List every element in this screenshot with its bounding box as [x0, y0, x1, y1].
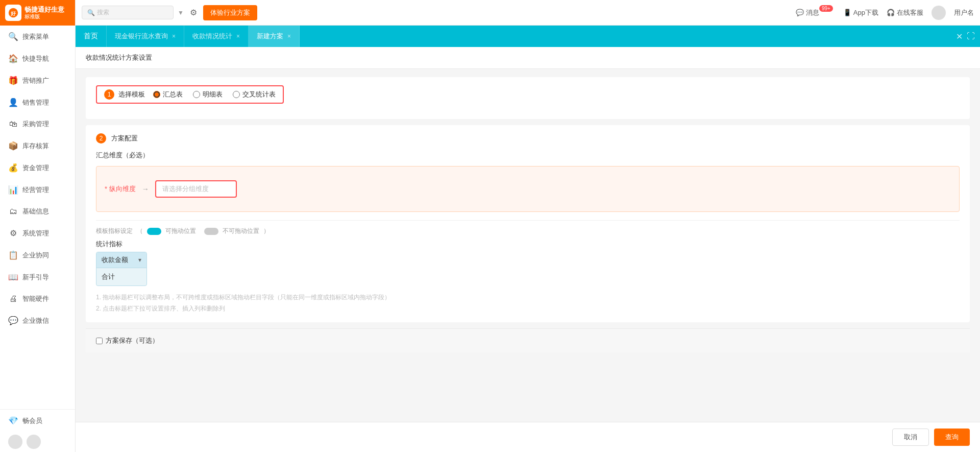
- sidebar-item-quick-nav[interactable]: 🏠 快捷导航: [0, 47, 75, 69]
- radio-cross[interactable]: 交叉统计表: [233, 90, 276, 99]
- app-download-label: App下载: [853, 8, 878, 17]
- sidebar-label-sales: 销售管理: [22, 98, 49, 107]
- dimension-select[interactable]: 请选择分组维度: [155, 180, 237, 198]
- sidebar-item-coop[interactable]: 📋 企业协同: [0, 244, 75, 266]
- card-header-text: 收款金额: [102, 255, 128, 265]
- save-label: 方案保存（可选）: [106, 336, 159, 345]
- sidebar-item-purchase[interactable]: 🛍 采购管理: [0, 113, 75, 135]
- sidebar-item-guide[interactable]: 📖 新手引导: [0, 266, 75, 288]
- step1-badge: 1: [104, 89, 114, 100]
- sidebar-item-business[interactable]: 📊 经营管理: [0, 179, 75, 201]
- query-button[interactable]: 查询: [934, 429, 970, 446]
- radio-summary-label: 汇总表: [163, 90, 183, 99]
- page-content: 收款情况统计方案设置 1 选择模板 汇总表: [76, 47, 980, 452]
- sidebar-item-member[interactable]: 💎 畅会员: [0, 410, 75, 432]
- sidebar-label-quick-nav: 快捷导航: [22, 54, 49, 63]
- template-select-box: 1 选择模板 汇总表 明细表: [96, 85, 284, 104]
- main-area: 🔍 搜索 ▼ ⚙ 体验行业方案 💬 消息 99+ 📱 App下载 🎧 在线客服 …: [76, 0, 980, 452]
- tab-new-plan-close[interactable]: ×: [287, 33, 291, 40]
- sidebar-item-hardware[interactable]: 🖨 智能硬件: [0, 288, 75, 310]
- sidebar-label-finance: 资金管理: [22, 163, 49, 173]
- dimension-placeholder: 请选择分组维度: [162, 185, 209, 193]
- sidebar-item-finance[interactable]: 💰 资金管理: [0, 157, 75, 179]
- tab-bank-flow-label: 现金银行流水查询: [115, 32, 168, 41]
- search-placeholder: 搜索: [97, 8, 109, 17]
- sidebar-label-member: 畅会员: [22, 416, 42, 425]
- radio-detail[interactable]: 明细表: [193, 90, 223, 99]
- user-avatar: [932, 6, 946, 20]
- tab-home[interactable]: 首页: [76, 26, 107, 47]
- tab-bank-flow-close[interactable]: ×: [172, 33, 176, 40]
- folder-icon: 🗂: [8, 207, 18, 216]
- sidebar-label-coop: 企业协同: [22, 251, 49, 260]
- app-download-btn[interactable]: 📱 App下载: [843, 8, 878, 17]
- radio-summary[interactable]: 汇总表: [153, 90, 183, 99]
- dimension-subsection: 汇总维度（必选） * 纵向维度 → 请选择分组维度: [96, 151, 960, 212]
- tab-collection-stats-label: 收款情况统计: [192, 32, 232, 41]
- indicator-card-header: 收款金额 ▾: [96, 252, 146, 268]
- search-box[interactable]: 🔍 搜索: [82, 6, 174, 19]
- close-window-icon[interactable]: ✕: [956, 32, 963, 41]
- indicator-card-body: 合计: [96, 268, 146, 286]
- chart-icon: 📊: [8, 185, 18, 195]
- sidebar-item-basic-info[interactable]: 🗂 基础信息: [0, 201, 75, 222]
- trial-button[interactable]: 体验行业方案: [203, 5, 257, 20]
- chat-icon: 💬: [8, 316, 18, 325]
- printer-icon: 🖨: [8, 294, 18, 303]
- sidebar-item-search[interactable]: 🔍 搜索菜单: [0, 26, 75, 47]
- toggle-close-paren: ）: [263, 227, 270, 235]
- radio-cross-label: 交叉统计表: [242, 90, 276, 99]
- radio-detail-input[interactable]: [193, 91, 200, 98]
- toggle-non-draggable-text: 不可拖动位置: [223, 227, 259, 235]
- cancel-button[interactable]: 取消: [892, 429, 929, 446]
- sidebar-item-wechat[interactable]: 💬 企业微信: [0, 310, 75, 331]
- tab-collection-stats[interactable]: 收款情况统计 ×: [184, 26, 249, 47]
- indicator-header: 模板指标设定 （ 可拖动位置 不可拖动位置 ）: [96, 227, 960, 235]
- page-header: 收款情况统计方案设置: [76, 47, 980, 69]
- template-radio-group: 汇总表 明细表 交叉统计表: [153, 90, 276, 99]
- avatar2: [27, 435, 41, 449]
- sidebar-item-marketing[interactable]: 🎁 营销推广: [0, 69, 75, 91]
- radio-cross-input[interactable]: [233, 91, 240, 98]
- save-checkbox[interactable]: [96, 338, 103, 344]
- dimension-area: * 纵向维度 → 请选择分组维度: [96, 166, 960, 212]
- clipboard-icon: 📋: [8, 250, 18, 260]
- diamond-icon: 💎: [8, 416, 18, 425]
- tab-bank-flow[interactable]: 现金银行流水查询 ×: [107, 26, 184, 47]
- step1-header: 1 选择模板 汇总表 明细表: [96, 85, 960, 104]
- online-service-btn[interactable]: 🎧 在线客服: [887, 8, 923, 17]
- tab-new-plan[interactable]: 新建方案 ×: [249, 26, 300, 47]
- dropdown-arrow-icon[interactable]: ▼: [178, 9, 184, 16]
- tab-new-plan-label: 新建方案: [257, 32, 283, 41]
- draggable-toggle[interactable]: [147, 228, 161, 235]
- indicator-section: 模板指标设定 （ 可拖动位置 不可拖动位置 ） 统计指标 收款金额: [96, 227, 960, 314]
- page-title: 收款情况统计方案设置: [86, 54, 152, 61]
- non-draggable-toggle[interactable]: [204, 228, 218, 235]
- toggle-draggable-label: （: [137, 227, 143, 235]
- tips-item1: 1. 拖动标题栏可以调整布局，不可跨维度或指标区域拖动栏目字段（只能在同一维度或…: [96, 292, 960, 303]
- settings-icon[interactable]: ⚙: [190, 8, 197, 17]
- logo-text: 畅捷通好生意: [24, 6, 64, 14]
- maximize-icon[interactable]: ⛶: [967, 32, 975, 41]
- message-btn[interactable]: 💬 消息 99+: [796, 8, 835, 17]
- sidebar-item-sales[interactable]: 👤 销售管理: [0, 91, 75, 113]
- sidebar-item-inventory[interactable]: 📦 库存核算: [0, 135, 75, 157]
- sidebar-label-basic-info: 基础信息: [22, 207, 49, 216]
- username-label: 用户名: [954, 8, 974, 17]
- search-menu-icon: 🔍: [8, 32, 18, 41]
- tab-collection-stats-close[interactable]: ×: [236, 33, 240, 40]
- topbar-right: 💬 消息 99+ 📱 App下载 🎧 在线客服 用户名: [796, 6, 974, 20]
- form-container: 1 选择模板 汇总表 明细表: [76, 69, 980, 422]
- toggle-draggable-text: 可拖动位置: [165, 227, 196, 235]
- book-icon: 📖: [8, 272, 18, 282]
- indicator-card-payment: 收款金额 ▾ 合计: [96, 252, 147, 286]
- sidebar-label-business: 经营管理: [22, 185, 49, 195]
- step2-label: 方案配置: [111, 134, 138, 143]
- indicator-card-label: 统计指标: [96, 240, 960, 249]
- gift-icon: 🎁: [8, 76, 18, 85]
- message-badge: 99+: [819, 5, 833, 12]
- card-chevron-icon[interactable]: ▾: [138, 256, 141, 264]
- radio-summary-input[interactable]: [153, 91, 160, 98]
- tips-item2: 2. 点击标题栏下拉可设置排序、插入列和删除列: [96, 303, 960, 315]
- sidebar-item-system[interactable]: ⚙ 系统管理: [0, 222, 75, 244]
